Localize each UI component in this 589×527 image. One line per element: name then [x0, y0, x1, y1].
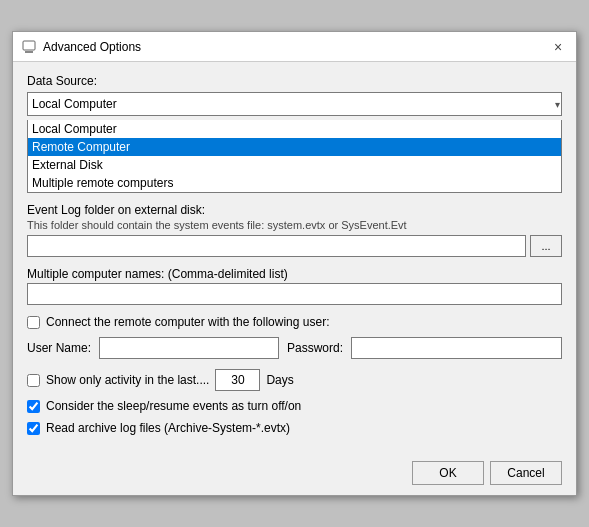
- dropdown-option-multiple[interactable]: Multiple remote computers: [28, 174, 561, 192]
- user-pass-row: User Name: Password:: [27, 337, 562, 359]
- close-button[interactable]: ×: [548, 37, 568, 57]
- advanced-options-dialog: Advanced Options × Data Source: Local Co…: [12, 31, 577, 496]
- archive-log-row: Read archive log files (Archive-System-*…: [27, 421, 562, 435]
- remote-user-checkbox[interactable]: [27, 316, 40, 329]
- sleep-resume-checkbox[interactable]: [27, 400, 40, 413]
- ok-button[interactable]: OK: [412, 461, 484, 485]
- dropdown-option-remote[interactable]: Remote Computer: [28, 138, 561, 156]
- svg-rect-1: [25, 51, 33, 53]
- data-source-dropdown-list: Local Computer Remote Computer External …: [27, 120, 562, 193]
- user-name-input[interactable]: [99, 337, 279, 359]
- archive-log-label: Read archive log files (Archive-System-*…: [46, 421, 290, 435]
- sleep-resume-label: Consider the sleep/resume events as turn…: [46, 399, 301, 413]
- sleep-resume-row: Consider the sleep/resume events as turn…: [27, 399, 562, 413]
- event-log-input[interactable]: [27, 235, 526, 257]
- data-source-dropdown-wrapper: Local Computer ▾: [27, 92, 562, 116]
- remote-user-checkbox-label: Connect the remote computer with the fol…: [46, 315, 329, 329]
- title-bar-left: Advanced Options: [21, 39, 141, 55]
- dialog-title: Advanced Options: [43, 40, 141, 54]
- event-log-sublabel: This folder should contain the system ev…: [27, 219, 562, 231]
- multiple-computers-label: Multiple computer names: (Comma-delimite…: [27, 267, 562, 281]
- data-source-select[interactable]: Local Computer: [27, 92, 562, 116]
- archive-log-checkbox[interactable]: [27, 422, 40, 435]
- title-bar: Advanced Options ×: [13, 32, 576, 62]
- activity-checkbox-label: Show only activity in the last....: [46, 373, 209, 387]
- dropdown-option-external[interactable]: External Disk: [28, 156, 561, 174]
- activity-unit: Days: [266, 373, 293, 387]
- activity-row: Show only activity in the last.... Days: [27, 369, 562, 391]
- user-name-label: User Name:: [27, 341, 91, 355]
- event-log-input-row: ...: [27, 235, 562, 257]
- svg-rect-0: [23, 41, 35, 50]
- remote-user-checkbox-row: Connect the remote computer with the fol…: [27, 315, 562, 329]
- cancel-button[interactable]: Cancel: [490, 461, 562, 485]
- event-log-label: Event Log folder on external disk:: [27, 203, 562, 217]
- dialog-body: Data Source: Local Computer ▾ Local Comp…: [13, 62, 576, 453]
- browse-button[interactable]: ...: [530, 235, 562, 257]
- multiple-computers-input[interactable]: [27, 283, 562, 305]
- password-label: Password:: [287, 341, 343, 355]
- password-input[interactable]: [351, 337, 562, 359]
- activity-input[interactable]: [215, 369, 260, 391]
- data-source-label: Data Source:: [27, 74, 562, 88]
- button-row: OK Cancel: [13, 453, 576, 495]
- dialog-icon: [21, 39, 37, 55]
- activity-checkbox[interactable]: [27, 374, 40, 387]
- dropdown-option-local[interactable]: Local Computer: [28, 120, 561, 138]
